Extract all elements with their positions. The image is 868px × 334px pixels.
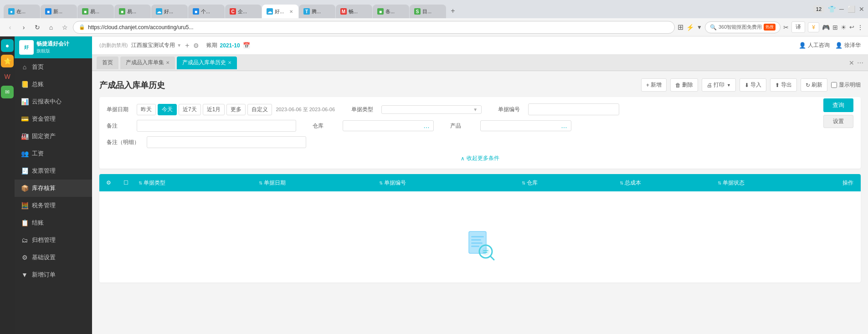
date-btn-7days[interactable]: 近7天 bbox=[179, 104, 201, 115]
add-button[interactable]: + 新增 bbox=[641, 78, 667, 92]
print-button[interactable]: 🖨 打印 ▼ bbox=[702, 78, 736, 92]
browser-tab-3[interactable]: ■ 易... bbox=[77, 5, 114, 18]
warehouse-select[interactable]: … bbox=[343, 120, 434, 131]
scissors-icon[interactable]: ✂ bbox=[783, 24, 789, 31]
sidebar-item-funds[interactable]: 💳 资金管理 bbox=[15, 110, 92, 128]
browser-tab-8[interactable]: ☁ 好... ✕ bbox=[262, 5, 298, 18]
browser-tab-1[interactable]: ● 在... bbox=[4, 5, 40, 18]
th-check[interactable]: ☐ bbox=[118, 180, 134, 186]
yuan-icon[interactable]: ¥ bbox=[808, 22, 819, 32]
show-detail-checkbox-label[interactable]: 显示明细 bbox=[831, 81, 861, 89]
date-btn-custom[interactable]: 自定义 bbox=[247, 104, 272, 115]
browser-tab-6[interactable]: ■ 个... bbox=[188, 5, 225, 18]
page-tab-home[interactable]: 首页 bbox=[97, 57, 118, 69]
undo-icon[interactable]: ↩ bbox=[849, 24, 854, 31]
browser-tab-11[interactable]: ■ 各... bbox=[373, 5, 409, 18]
user-avatar-button[interactable]: 👤 徐泽华 bbox=[835, 41, 861, 49]
account-settings-icon[interactable]: ⚙ bbox=[193, 42, 199, 49]
page-tab-list-close[interactable]: ✕ bbox=[166, 60, 169, 65]
app-logo[interactable]: 好 畅捷通好会计 旗舰版 bbox=[15, 36, 92, 58]
sidebar-item-settings[interactable]: ⚙ 基础设置 bbox=[15, 249, 92, 266]
translate-icon[interactable]: 译 bbox=[791, 21, 805, 33]
sidebar-item-invoice[interactable]: 🧾 发票管理 bbox=[15, 162, 92, 180]
browser-tab-10[interactable]: M 畅... bbox=[336, 5, 372, 18]
maximize-button[interactable]: ⬜ bbox=[847, 5, 855, 13]
brightness-icon[interactable]: ☀ bbox=[841, 24, 847, 31]
sidebar-item-ledger[interactable]: 📒 总账 bbox=[15, 76, 92, 93]
panel-close-icon[interactable]: ✕ bbox=[849, 59, 854, 67]
delete-button[interactable]: 🗑 删除 bbox=[670, 78, 698, 92]
th-doctype[interactable]: ⇅ 单据类型 bbox=[134, 179, 254, 187]
add-account-button[interactable]: + bbox=[185, 41, 189, 50]
service-button[interactable]: 👤 人工咨询 bbox=[799, 41, 830, 49]
search-bar[interactable]: 🔍 360智能抠图免费用 热搜 bbox=[705, 21, 781, 33]
left-icon-mail[interactable]: ✉ bbox=[1, 86, 14, 98]
doctype-select[interactable]: ▼ bbox=[381, 105, 482, 114]
minimize-button[interactable]: ─ bbox=[839, 5, 844, 13]
sidebar-item-report[interactable]: 📊 云报表中心 bbox=[15, 93, 92, 110]
refresh-button[interactable]: ↻ bbox=[32, 22, 43, 33]
page-tab-list[interactable]: 产成品入库单集 ✕ bbox=[120, 57, 175, 69]
filter-settings-button[interactable]: 设置 bbox=[823, 115, 853, 128]
product-dots-icon[interactable]: … bbox=[561, 122, 567, 129]
account-selector[interactable]: 江西服宝测试专用 ▼ bbox=[131, 41, 181, 49]
sidebar-item-archive[interactable]: 🗂 归档管理 bbox=[15, 231, 92, 249]
shirt-icon: 👕 bbox=[828, 5, 836, 13]
sidebar-item-more[interactable]: ▼ 新增订单 bbox=[15, 266, 92, 283]
refresh-button-page[interactable]: ↻ 刷新 bbox=[801, 78, 827, 92]
page-tab-history-close[interactable]: ✕ bbox=[228, 60, 231, 65]
left-icon-star[interactable]: ⭐ bbox=[1, 55, 14, 67]
sidebar-item-fixed[interactable]: 🏭 固定资产 bbox=[15, 128, 92, 145]
sidebar-item-home[interactable]: ⌂ 首页 bbox=[15, 58, 92, 76]
product-select[interactable]: … bbox=[480, 120, 571, 131]
browser-tab-4[interactable]: ■ 易... bbox=[114, 5, 151, 18]
home-button[interactable]: ⌂ bbox=[46, 22, 56, 33]
warehouse-dots-icon[interactable]: … bbox=[423, 122, 430, 129]
apps-icon[interactable]: ⊞ bbox=[832, 24, 838, 31]
th-docno[interactable]: ⇅ 单据编号 bbox=[375, 179, 517, 187]
address-bar[interactable]: 🔒 https://cloud.chanjet.com/accounting/u… bbox=[73, 21, 675, 34]
show-detail-checkbox[interactable] bbox=[831, 82, 837, 88]
left-icon-browser[interactable]: ● bbox=[1, 39, 14, 52]
th-cost[interactable]: ⇅ 总成本 bbox=[615, 179, 713, 187]
back-button[interactable]: ‹ bbox=[5, 22, 15, 33]
export-button[interactable]: ⬆ 导出 bbox=[770, 78, 797, 92]
docno-input[interactable] bbox=[528, 103, 619, 115]
tab-close-8[interactable]: ✕ bbox=[288, 8, 294, 15]
date-btn-yesterday[interactable]: 昨天 bbox=[137, 104, 156, 115]
browser-tab-7[interactable]: C 企... bbox=[225, 5, 262, 18]
th-date[interactable]: ⇅ 单据日期 bbox=[254, 179, 375, 187]
left-icon-weibo[interactable]: W bbox=[1, 70, 14, 83]
sidebar-item-tax[interactable]: 🧮 税务管理 bbox=[15, 197, 92, 214]
th-status[interactable]: ⇅ 单据状态 bbox=[713, 179, 833, 187]
browser-tab-2[interactable]: ■ 新... bbox=[41, 5, 77, 18]
forward-button[interactable]: › bbox=[18, 22, 29, 33]
more-icon[interactable]: ⋮ bbox=[857, 24, 863, 31]
th-warehouse[interactable]: ⇅ 仓库 bbox=[517, 179, 615, 187]
browser-tab-9[interactable]: T 腾... bbox=[299, 5, 335, 18]
collapse-button[interactable]: ∧ 收起更多条件 bbox=[107, 153, 853, 162]
dropdown-icon[interactable]: ▼ bbox=[697, 24, 702, 31]
browser-tab-12[interactable]: S 目... bbox=[410, 5, 446, 18]
import-button[interactable]: ⬇ 导入 bbox=[740, 78, 766, 92]
sidebar-item-inventory[interactable]: 📦 库存核算 bbox=[15, 180, 92, 197]
page-tab-history[interactable]: 产成品入库单历史 ✕ bbox=[177, 57, 237, 69]
lightning-icon[interactable]: ⚡ bbox=[686, 24, 694, 31]
date-btn-1month[interactable]: 近1月 bbox=[203, 104, 225, 115]
calendar-icon[interactable]: 📅 bbox=[243, 42, 250, 49]
bookmark-button[interactable]: ☆ bbox=[59, 22, 70, 33]
grid-icon[interactable]: ⊞ bbox=[678, 23, 683, 31]
date-btn-more[interactable]: 更多 bbox=[226, 104, 246, 115]
sidebar-item-settlement[interactable]: 📋 结账 bbox=[15, 214, 92, 231]
close-button[interactable]: ✕ bbox=[859, 5, 864, 13]
sidebar-item-payroll[interactable]: 👥 工资 bbox=[15, 145, 92, 162]
th-settings[interactable]: ⚙ bbox=[99, 180, 118, 186]
browser-tab-5[interactable]: ☁ 好... bbox=[151, 5, 188, 18]
game-icon[interactable]: 🎮 bbox=[822, 24, 830, 31]
remark-input[interactable] bbox=[137, 120, 296, 132]
panel-expand-icon[interactable]: ⋯ bbox=[857, 59, 863, 67]
query-button[interactable]: 查询 bbox=[823, 98, 853, 112]
date-btn-today[interactable]: 今天 bbox=[158, 104, 177, 115]
new-tab-button[interactable]: + bbox=[447, 5, 459, 17]
detail-remark-input[interactable] bbox=[147, 136, 306, 148]
